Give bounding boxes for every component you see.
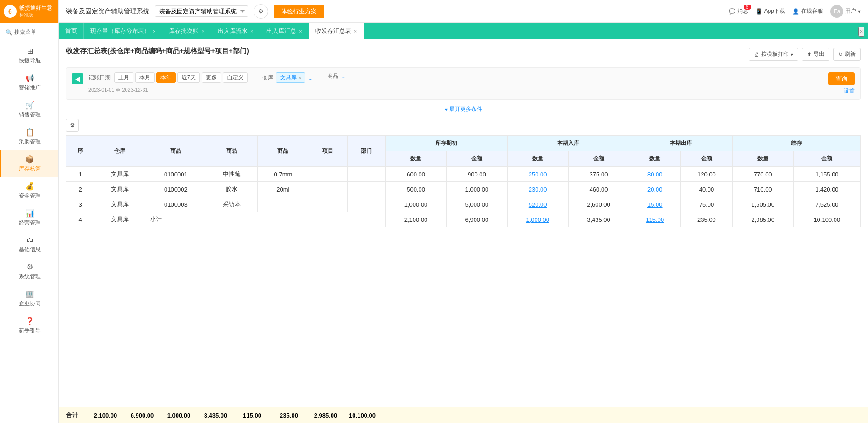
sidebar-item-system[interactable]: ⚙ 系统管理 bbox=[0, 258, 58, 285]
expand-more-button[interactable]: ▾ 展开更多条件 bbox=[445, 105, 482, 113]
tab-inout-summary-close[interactable]: × bbox=[299, 28, 302, 34]
warehouse-ellipsis[interactable]: ... bbox=[308, 75, 313, 81]
tab-stock-dist-close[interactable]: × bbox=[153, 28, 155, 34]
sidebar-logo: 6 畅捷通好生意 标准版 bbox=[0, 0, 58, 23]
sidebar-item-basic-info[interactable]: 🗂 基础信息 bbox=[0, 231, 58, 258]
th-in-amt: 金额 bbox=[568, 151, 629, 167]
search-menu-button[interactable]: 🔍 搜索菜单 bbox=[4, 27, 55, 38]
total-open-qty: 2,100.00 bbox=[87, 412, 124, 419]
sidebar-item-purchase[interactable]: 📋 采购管理 bbox=[0, 123, 58, 150]
tab-recv-send-close[interactable]: × bbox=[354, 28, 357, 34]
query-button[interactable]: 查询 bbox=[828, 72, 855, 85]
date-custom-button[interactable]: 自定义 bbox=[223, 72, 248, 83]
subtotal-open-qty: 2,100.00 bbox=[386, 212, 447, 227]
cell-goods-code: 0100001 bbox=[145, 167, 206, 182]
sidebar-item-finance[interactable]: 💰 资金管理 bbox=[0, 177, 58, 204]
table-row: 3 文具库 0100003 采访本 1,000.00 5,000.00 520.… bbox=[66, 197, 861, 212]
tab-stock-dist[interactable]: 现存量（库存分布表） × bbox=[84, 23, 162, 39]
subtotal-in-amt: 3,435.00 bbox=[568, 212, 629, 227]
sidebar-item-enterprise[interactable]: 🏢 企业协同 bbox=[0, 285, 58, 312]
tab-recv-send[interactable]: 收发存汇总表 × bbox=[309, 23, 364, 39]
warehouse-tag[interactable]: 文具库 × bbox=[276, 72, 305, 83]
sidebar-item-inventory[interactable]: 📦 库存核算 bbox=[0, 150, 58, 177]
cell-project bbox=[309, 182, 347, 197]
cell-goods-spec: 20ml bbox=[257, 182, 309, 197]
warehouse-tag-close[interactable]: × bbox=[299, 75, 301, 81]
tab-inout-summary[interactable]: 出入库汇总 × bbox=[260, 23, 309, 39]
user-button[interactable]: Ea 用户 ▾ bbox=[830, 5, 861, 18]
tabbar-close-all-button[interactable]: × bbox=[858, 27, 864, 37]
tab-inout-flow[interactable]: 出入库流水 × bbox=[211, 23, 260, 39]
sidebar-item-quick-nav[interactable]: ⊞ 快捷导航 bbox=[0, 42, 58, 69]
th-department: 部门 bbox=[347, 136, 385, 167]
th-close-qty: 数量 bbox=[732, 151, 793, 167]
cell-out-qty[interactable]: 20.00 bbox=[629, 182, 681, 197]
export-button[interactable]: ⬆ 导出 bbox=[802, 48, 829, 61]
trial-button[interactable]: 体验行业方案 bbox=[274, 5, 324, 18]
tab-inout-flow-close[interactable]: × bbox=[250, 28, 253, 34]
filter-expand-button[interactable]: ◀ bbox=[72, 73, 83, 84]
date-this-year-button[interactable]: 本年 bbox=[156, 72, 176, 83]
cell-in-amt: 375.00 bbox=[568, 167, 629, 182]
date-filter-label: 记账日期 bbox=[88, 74, 111, 82]
print-button[interactable]: 🖨 按模板打印 ▾ bbox=[749, 48, 798, 61]
basic-info-icon: 🗂 bbox=[26, 236, 33, 244]
table-settings-button[interactable]: ⚙ bbox=[66, 119, 79, 132]
message-button[interactable]: 💬 消息 6 bbox=[729, 7, 748, 15]
subtotal-close-qty: 2,985.00 bbox=[732, 212, 793, 227]
date-7days-button[interactable]: 近7天 bbox=[177, 72, 200, 83]
subtotal-row: 4 文具库 小计 2,100.00 6,900.00 1,000.00 3,43… bbox=[66, 212, 861, 227]
system-select[interactable]: 装备及固定资产辅助管理系统 bbox=[155, 5, 248, 17]
chevron-down-icon: ▾ bbox=[858, 8, 861, 15]
online-service-button[interactable]: 👤 在线客服 bbox=[792, 7, 823, 15]
th-seq: 序 bbox=[66, 136, 94, 167]
table-row: 2 文具库 0100002 胶水 20ml 500.00 1,000.00 23… bbox=[66, 182, 861, 197]
th-goods-name: 商品 bbox=[206, 136, 257, 167]
goods-ellipsis[interactable]: ... bbox=[341, 73, 346, 80]
app-download-button[interactable]: 📱 App下载 bbox=[756, 7, 785, 15]
sidebar-item-marketing[interactable]: 📢 营销推广 bbox=[0, 69, 58, 96]
topbar-settings-button[interactable]: ⚙ bbox=[254, 4, 268, 19]
sidebar-item-sales[interactable]: 🛒 销售管理 bbox=[0, 96, 58, 123]
tab-home[interactable]: 首页 bbox=[59, 23, 84, 39]
cell-in-qty[interactable]: 520.00 bbox=[507, 197, 568, 212]
date-shortcuts: 上月 本月 本年 近7天 更多 自定义 bbox=[114, 72, 248, 83]
cell-goods-code: 0100002 bbox=[145, 182, 206, 197]
table-toolbar: ⚙ bbox=[66, 119, 861, 132]
sidebar-item-label: 资金管理 bbox=[19, 192, 41, 200]
tab-batch-close[interactable]: × bbox=[201, 28, 204, 34]
cell-goods-name: 采访本 bbox=[206, 197, 257, 212]
cell-open-qty: 500.00 bbox=[386, 182, 447, 197]
message-icon: 💬 bbox=[729, 8, 735, 15]
sidebar-item-guide[interactable]: ❓ 新手引导 bbox=[0, 312, 58, 339]
date-filter-row: 记账日期 上月 本月 本年 近7天 更多 自定义 bbox=[88, 72, 248, 83]
tab-batch[interactable]: 库存批次账 × bbox=[162, 23, 211, 39]
system-icon: ⚙ bbox=[27, 263, 33, 271]
cell-out-qty[interactable]: 15.00 bbox=[629, 197, 681, 212]
date-more-button[interactable]: 更多 bbox=[202, 72, 221, 83]
operations-icon: 📊 bbox=[25, 209, 34, 218]
warehouse-tag-text: 文具库 bbox=[280, 74, 297, 82]
table-row: 1 文具库 0100001 中性笔 0.7mm 600.00 900.00 25… bbox=[66, 167, 861, 182]
date-this-month-button[interactable]: 本月 bbox=[135, 72, 155, 83]
date-last-month-button[interactable]: 上月 bbox=[114, 72, 133, 83]
tab-inout-flow-label: 出入库流水 bbox=[218, 27, 248, 35]
cell-open-amt: 900.00 bbox=[446, 167, 507, 182]
cell-out-qty[interactable]: 80.00 bbox=[629, 167, 681, 182]
sidebar-item-label: 营销推广 bbox=[19, 84, 41, 92]
cell-in-qty[interactable]: 250.00 bbox=[507, 167, 568, 182]
chevron-down-icon: ▾ bbox=[791, 51, 793, 58]
cell-out-amt: 120.00 bbox=[681, 167, 733, 182]
goods-label: 商品 bbox=[327, 72, 338, 80]
sidebar-item-operations[interactable]: 📊 经营管理 bbox=[0, 204, 58, 231]
table-settings-icon: ⚙ bbox=[70, 122, 75, 129]
cell-close-amt: 1,420.00 bbox=[793, 182, 860, 197]
total-in-amt: 3,435.00 bbox=[197, 412, 234, 419]
subtotal-in-qty: 1,000.00 bbox=[507, 212, 568, 227]
cell-in-qty[interactable]: 230.00 bbox=[507, 182, 568, 197]
cell-out-amt: 75.00 bbox=[681, 197, 733, 212]
cell-goods-code: 0100003 bbox=[145, 197, 206, 212]
refresh-button[interactable]: ↻ 刷新 bbox=[833, 48, 861, 61]
topbar-left: 装备及固定资产辅助管理系统 装备及固定资产辅助管理系统 ⚙ 体验行业方案 bbox=[66, 4, 324, 19]
filter-settings-link[interactable]: 设置 bbox=[844, 87, 855, 95]
